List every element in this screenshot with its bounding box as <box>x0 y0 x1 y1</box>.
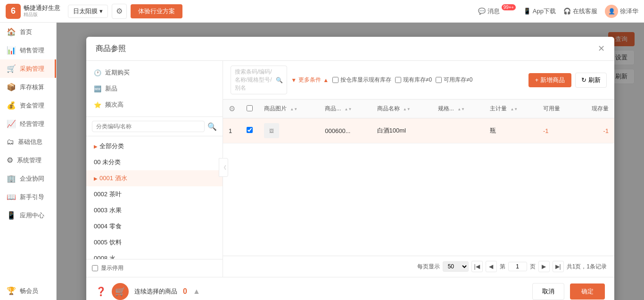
avatar-icon: 👤 <box>608 8 615 15</box>
select-all-checkbox[interactable] <box>247 105 253 111</box>
guide-icon: 📖 <box>7 192 16 201</box>
sidebar: 🏠 首页 📊 销售管理 🛒 采购管理 📦 库存核算 💰 资金管理 📈 经营管理 … <box>0 23 57 300</box>
trial-button[interactable]: 体验行业方案 <box>131 4 182 18</box>
search-icon[interactable]: 🔍 <box>207 122 217 131</box>
headset-icon: 🎧 <box>563 8 571 15</box>
left-tabs: 🕐 近期购买 🆕 新品 ⭐ 频次高 <box>86 61 223 117</box>
page-number-input[interactable] <box>508 262 527 271</box>
sidebar-item-purchase[interactable]: 🛒 采购管理 <box>0 59 56 78</box>
product-table-wrapper: ⚙ 商品图片 ▲▼ <box>223 100 614 256</box>
store-select[interactable]: 日太阳膜 ▾ <box>68 5 108 18</box>
cart-button[interactable]: 🛒 <box>112 283 129 300</box>
app-download-nav-item[interactable]: 📱 App下载 <box>523 7 556 16</box>
sidebar-item-member[interactable]: 🏆 畅会员 <box>0 282 56 300</box>
category-item-uncategorized[interactable]: 00 未分类 <box>86 154 223 170</box>
search-bar[interactable]: 搜索条码/编码/名称/规格型号/别名 🔍 <box>231 66 287 94</box>
main-layout: 🏠 首页 📊 销售管理 🛒 采购管理 📦 库存核算 💰 资金管理 📈 经营管理 … <box>0 23 644 300</box>
purchase-icon: 🛒 <box>7 64 16 73</box>
last-page-button[interactable]: ▶| <box>553 261 564 272</box>
modal-title: 商品参照 <box>96 44 126 54</box>
category-label: 全部分类 <box>99 142 124 150</box>
collapse-panel-button[interactable]: 《 <box>219 158 228 177</box>
cart-icon: 🛒 <box>115 286 125 297</box>
prev-page-button[interactable]: ◀ <box>486 261 497 272</box>
category-item-liquor[interactable]: ▶ 0001 酒水 <box>86 170 223 186</box>
th-image: 商品图片 ▲▼ <box>258 100 319 118</box>
add-product-button[interactable]: + 新增商品 <box>528 73 571 87</box>
recent-purchase-tab[interactable]: 🕐 近期购买 <box>86 65 223 81</box>
category-search-row: 🔍 <box>86 117 223 136</box>
th-name: 商品名称 ▲▼ <box>372 100 432 118</box>
online-service-nav-item[interactable]: 🎧 在线客服 <box>563 7 597 16</box>
search-bar-icon: 🔍 <box>276 77 283 83</box>
enterprise-icon: 🏢 <box>7 174 16 183</box>
show-disabled-checkbox[interactable] <box>92 265 98 271</box>
th-stock-label: 现存量 <box>592 105 609 112</box>
available-stock-checkbox[interactable] <box>436 77 442 83</box>
show-disabled-row: 显示停用 <box>86 259 223 277</box>
sidebar-item-guide[interactable]: 📖 新手引导 <box>0 188 56 206</box>
th-unit-label: 主计量 <box>490 105 507 112</box>
th-checkbox <box>241 100 258 118</box>
first-page-button[interactable]: |◀ <box>471 261 483 272</box>
sidebar-item-home[interactable]: 🏠 首页 <box>0 23 56 41</box>
category-item-water[interactable]: 0008 水 <box>86 250 223 259</box>
by-warehouse-checkbox[interactable] <box>332 77 339 83</box>
th-stock: 现存量 <box>576 100 614 118</box>
sidebar-item-system[interactable]: ⚙ 系统管理 <box>0 151 56 169</box>
sidebar-item-basic-info[interactable]: 🗂 基础信息 <box>0 133 56 151</box>
category-item-all[interactable]: ▶ 全部分类 <box>86 138 223 154</box>
filter-up-icon: ▲ <box>323 77 329 83</box>
row-checkbox[interactable] <box>247 127 253 133</box>
category-item-snack[interactable]: 0004 零食 <box>86 218 223 234</box>
new-products-label: 新品 <box>105 84 117 93</box>
category-search-input[interactable] <box>92 121 205 132</box>
new-products-tab[interactable]: 🆕 新品 <box>86 81 223 97</box>
sidebar-item-enterprise[interactable]: 🏢 企业协同 <box>0 169 56 188</box>
messages-label: 消息 <box>487 7 500 16</box>
sidebar-item-finance[interactable]: 💰 资金管理 <box>0 96 56 115</box>
page-size-select[interactable]: 50 100 <box>443 261 469 272</box>
category-item-fruit[interactable]: 0003 水果 <box>86 202 223 218</box>
more-filters-button[interactable]: ▼ 更多条件 ▲ <box>291 76 329 84</box>
sidebar-item-label: 系统管理 <box>17 156 41 165</box>
right-panel: 搜索条码/编码/名称/规格型号/别名 🔍 ▼ 更多条件 ▲ 按仓库显示现有库存 <box>223 61 614 277</box>
th-available: 可用量 <box>537 100 576 118</box>
message-icon: 💬 <box>478 8 486 15</box>
sidebar-item-operations[interactable]: 📈 经营管理 <box>0 115 56 133</box>
sidebar-item-label: 采购管理 <box>20 65 44 73</box>
modal-header: 商品参照 ✕ <box>86 37 614 61</box>
cancel-button[interactable]: 取消 <box>532 283 564 300</box>
modal-overlay: 商品参照 ✕ 🕐 近期购买 🆕 <box>57 23 644 300</box>
by-warehouse-label: 按仓库显示现有库存 <box>340 76 391 84</box>
logo-sub: 精品版 <box>24 11 60 18</box>
th-image-label: 商品图片 <box>264 105 287 112</box>
next-page-button[interactable]: ▶ <box>538 261 550 272</box>
category-item-beverage[interactable]: 0005 饮料 <box>86 234 223 250</box>
table-row[interactable]: 1 🖼 <box>223 118 614 143</box>
table-settings-icon[interactable]: ⚙ <box>229 105 235 113</box>
home-icon: 🏠 <box>7 27 16 36</box>
image-icon: 🖼 <box>269 128 274 133</box>
category-label: 0002 茶叶 <box>94 190 122 199</box>
modal-close-button[interactable]: ✕ <box>598 43 605 54</box>
star-icon: ⭐ <box>94 101 101 108</box>
top-nav: 6 畅捷通好生意 精品版 日太阳膜 ▾ ⚙ 体验行业方案 💬 消息 99++ 📱… <box>0 0 644 23</box>
confirm-button[interactable]: 确定 <box>570 283 605 300</box>
sidebar-item-appcenter[interactable]: 📱 应用中心 <box>0 206 56 225</box>
refresh-button[interactable]: ↻ 刷新 <box>575 73 607 88</box>
username-label: 徐泽华 <box>620 7 638 16</box>
collapse-cart-icon[interactable]: ▲ <box>193 287 200 296</box>
gear-button[interactable]: ⚙ <box>112 4 127 19</box>
sort-arrows-unit: ▲▼ <box>510 107 518 111</box>
category-label: 0003 水果 <box>94 206 122 215</box>
help-icon[interactable]: ❓ <box>96 286 106 297</box>
has-stock-checkbox[interactable] <box>395 77 401 83</box>
user-nav-item[interactable]: 👤 徐泽华 <box>605 5 638 18</box>
sidebar-item-sales[interactable]: 📊 销售管理 <box>0 41 56 59</box>
category-item-tea[interactable]: 0002 茶叶 <box>86 186 223 202</box>
messages-nav-item[interactable]: 💬 消息 99++ <box>478 7 516 16</box>
sidebar-item-inventory[interactable]: 📦 库存核算 <box>0 78 56 96</box>
frequent-tab[interactable]: ⭐ 频次高 <box>86 97 223 113</box>
user-avatar: 👤 <box>605 5 618 18</box>
